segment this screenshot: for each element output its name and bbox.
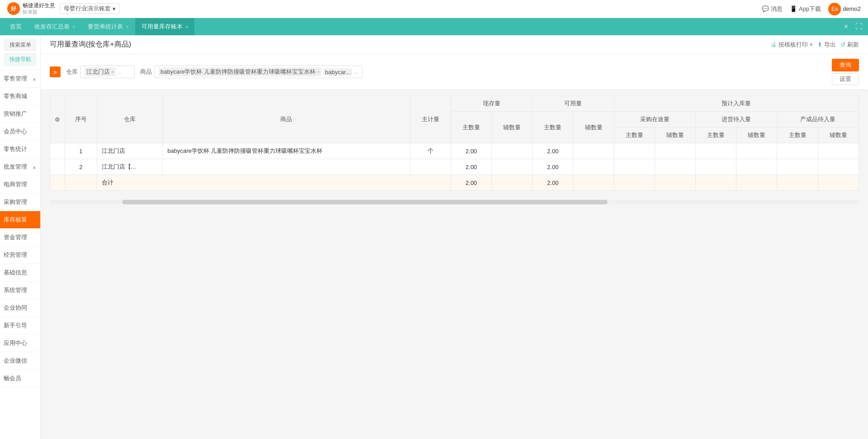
sidebar-item-system[interactable]: 系统管理 <box>0 282 40 299</box>
sidebar-item-retail-stats[interactable]: 零售统计 <box>0 141 40 158</box>
warehouse-input[interactable]: 江北门店 × ... <box>80 66 135 78</box>
home-label: 首页 <box>10 23 22 31</box>
scrollbar-thumb[interactable] <box>122 200 608 204</box>
brand-name: 畅捷通好生意 <box>23 2 55 9</box>
col-available-main: 主数量 <box>533 112 573 143</box>
sidebar-item-purchase[interactable]: 采购管理 <box>0 194 40 211</box>
cell-num: 1 <box>65 143 97 159</box>
sidebar-item-ecommerce[interactable]: 电商管理 <box>0 176 40 194</box>
col-current-aux: 辅数量 <box>492 112 533 143</box>
cell-prod-pending-main <box>777 159 818 175</box>
tab-close-icon[interactable]: × <box>185 24 188 29</box>
sidebar-item-app-center[interactable]: 应用中心 <box>0 335 40 352</box>
refresh-button[interactable]: ↺ 刷新 <box>840 41 859 49</box>
sidebar-item-inventory[interactable]: 库存核算 <box>0 211 40 229</box>
cell-warehouse: 江北门店 <box>97 143 163 159</box>
tab-home[interactable]: 首页 <box>4 18 28 35</box>
industry-selector[interactable]: 母婴行业演示账套 ▾ <box>60 3 120 14</box>
col-prod-pending-main: 主数量 <box>777 127 818 143</box>
fullscreen-button[interactable]: ⛶ <box>854 21 864 33</box>
message-icon: 💬 <box>762 5 769 12</box>
product-filter: 商品 babycare学饮杯 儿童防摔防撞吸管杯重力球吸嘴杯宝宝水杯 × bab… <box>140 66 363 78</box>
warehouse-label: 仓库 <box>66 68 78 76</box>
tab-order-stats[interactable]: 要货单统计表 × <box>81 18 135 35</box>
cell-inc-pending-aux <box>736 143 777 159</box>
close-all-tabs-button[interactable]: × <box>842 21 850 33</box>
col-inc-pending-aux: 辅数量 <box>736 127 777 143</box>
username-label: demo2 <box>843 5 861 12</box>
sidebar-item-basics[interactable]: 基础信息 <box>0 264 40 282</box>
search-menu-button[interactable]: 搜索菜单 <box>4 39 37 51</box>
cell-current-aux <box>492 159 533 175</box>
content-area: 可用量查询(按仓库+商品) 🖨 按模板打印 ▾ ⬆ 导出 ↺ 刷新 » <box>41 35 868 439</box>
cell-available-aux <box>573 143 614 159</box>
app-label: App下载 <box>799 5 821 13</box>
print-button[interactable]: 🖨 按模板打印 ▾ <box>771 41 813 49</box>
print-label: 按模板打印 <box>778 41 808 49</box>
tab-close-icon[interactable]: × <box>126 24 128 29</box>
nav-tabs-right: × ⛶ <box>842 21 864 33</box>
col-pur-transit-aux: 辅数量 <box>655 127 695 143</box>
product-more-icon[interactable]: ... <box>354 69 359 75</box>
sidebar-search-area: 搜索菜单 快捷导航 <box>0 35 40 70</box>
sidebar-item-newbie[interactable]: 新手引导 <box>0 317 40 335</box>
message-label: 消息 <box>771 5 783 13</box>
table-area: ⚙ 序号 仓库 商品 主计量 现存量 可用量 预计入库量 主数量 辅数量 主数量… <box>41 90 868 439</box>
tab-receivable-summary[interactable]: 收发存汇总表 × <box>28 18 81 35</box>
refresh-label: 刷新 <box>847 41 859 49</box>
export-label: 导出 <box>824 41 836 49</box>
app-download-button[interactable]: 📱 App下载 <box>790 5 821 13</box>
filter-bar: » 仓库 江北门店 × ... 商品 babycare学饮杯 儿童防摔防撞吸管杯… <box>41 54 868 90</box>
remove-warehouse-icon[interactable]: × <box>111 70 114 75</box>
tab-label: 可用量库存账本 <box>142 23 183 31</box>
top-bar-right: 💬 消息 📱 App下载 Ea demo2 <box>762 3 861 15</box>
cell-current-main: 2.00 <box>451 143 491 159</box>
warehouse-more-icon[interactable]: ... <box>118 69 122 75</box>
chevron-down-icon: ▾ <box>810 41 813 48</box>
cell-pur-transit-main <box>614 143 655 159</box>
sidebar-item-finance[interactable]: 资金管理 <box>0 229 40 246</box>
cell-available-aux <box>573 159 614 175</box>
cell-current-aux <box>492 143 533 159</box>
cell-warehouse: 江北门店【... <box>97 159 163 175</box>
cell-prod-pending-aux <box>818 143 859 159</box>
nav-tabs: 首页 收发存汇总表 × 要货单统计表 × 可用量库存账本 × × ⛶ <box>0 18 868 35</box>
filter-expand-button[interactable]: » <box>50 66 61 77</box>
product-tag: babycare学饮杯 儿童防摔防撞吸管杯重力球吸嘴杯宝宝水杯 × <box>159 67 321 76</box>
product-label: 商品 <box>140 68 152 76</box>
sidebar-item-marketing[interactable]: 营销推广 <box>0 105 40 123</box>
cell-inc-pending-main <box>696 159 736 175</box>
sidebar-item-member[interactable]: 会员中心 <box>0 123 40 141</box>
horizontal-scrollbar[interactable] <box>50 200 859 204</box>
remove-product-icon[interactable]: × <box>317 70 320 75</box>
product-input[interactable]: babycare学饮杯 儿童防摔防撞吸管杯重力球吸嘴杯宝宝水杯 × babyca… <box>155 66 363 78</box>
tab-available-inventory[interactable]: 可用量库存账本 × <box>135 18 194 35</box>
sidebar-item-wechat[interactable]: 企业微信 <box>0 352 40 370</box>
cell-prod-pending-aux <box>818 159 859 175</box>
query-button[interactable]: 查询 <box>832 59 859 71</box>
sidebar-item-wholesale-mgmt[interactable]: 批发管理 ▲ <box>0 158 40 176</box>
sidebar-item-retail-mgmt[interactable]: 零售管理 ▲ <box>0 70 40 88</box>
cell-settings <box>50 159 65 175</box>
chevron-down-icon: ▾ <box>113 5 116 12</box>
sidebar-item-enterprise[interactable]: 企业协同 <box>0 299 40 317</box>
cell-unit <box>410 159 451 175</box>
logo-icon: 好 <box>7 2 20 15</box>
col-available-aux: 辅数量 <box>573 112 614 143</box>
sidebar: 搜索菜单 快捷导航 零售管理 ▲ 零售商城 营销推广 会员中心 零售统计 批发管… <box>0 35 41 439</box>
col-num: 序号 <box>65 96 97 143</box>
user-area[interactable]: Ea demo2 <box>828 3 861 15</box>
message-button[interactable]: 💬 消息 <box>762 5 783 13</box>
cell-total-label: 合计 <box>97 175 451 191</box>
cell-product: babycare学饮杯 儿童防摔防撞吸管杯重力球吸嘴杯宝宝水杯 <box>163 143 410 159</box>
sidebar-item-operations[interactable]: 经营管理 <box>0 246 40 264</box>
quick-nav-button[interactable]: 快捷导航 <box>4 53 37 66</box>
sidebar-item-member2[interactable]: 畅会员 <box>0 370 40 387</box>
filter-actions: 查询 设置 <box>832 59 859 85</box>
export-icon: ⬆ <box>817 41 822 48</box>
sidebar-item-retail-mall[interactable]: 零售商城 <box>0 88 40 105</box>
settings-button[interactable]: 设置 <box>832 73 859 85</box>
export-button[interactable]: ⬆ 导出 <box>817 41 836 49</box>
main-layout: 搜索菜单 快捷导航 零售管理 ▲ 零售商城 营销推广 会员中心 零售统计 批发管… <box>0 35 868 439</box>
tab-close-icon[interactable]: × <box>72 24 75 29</box>
